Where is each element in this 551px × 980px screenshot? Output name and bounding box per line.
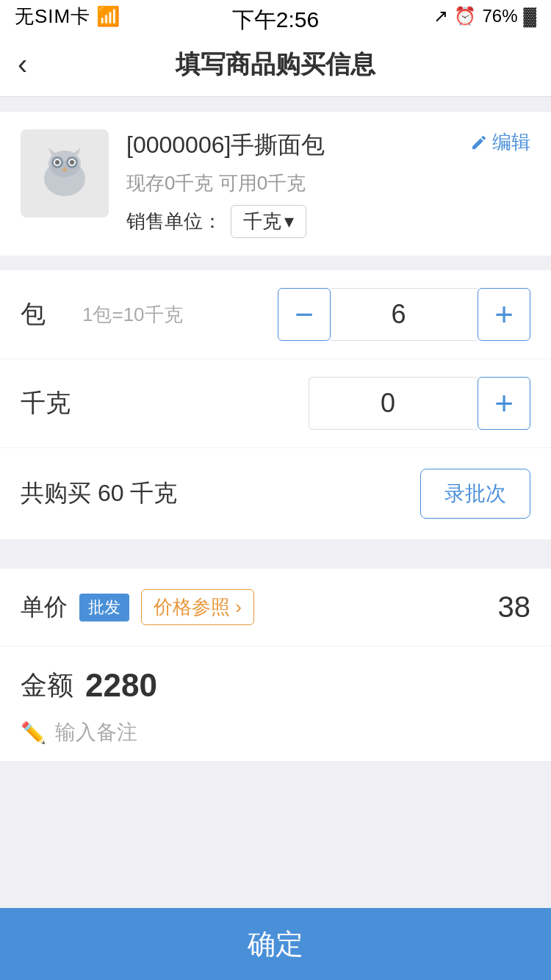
nav-bar: ‹ 填写商品购买信息 xyxy=(0,32,551,97)
amount-section: 金额 2280 ✏️ 输入备注 xyxy=(0,646,551,761)
total-row: 共购买 60 千克 录批次 xyxy=(0,448,551,539)
svg-point-7 xyxy=(70,160,74,165)
alarm-icon: ⏰ xyxy=(454,6,476,26)
product-card: [0000006]手撕面包 现存0千克 可用0千克 销售单位： 千克 ▾ 编辑 xyxy=(0,112,551,256)
amount-label: 金额 xyxy=(21,668,73,704)
back-button[interactable]: ‹ xyxy=(18,48,27,81)
quantity-section: 包 1包=10千克 − + 千克 + 共购买 60 千克 录批次 xyxy=(0,270,551,539)
battery-display: 76% xyxy=(482,6,517,26)
record-batch-button[interactable]: 录批次 xyxy=(420,469,530,519)
product-thumbnail xyxy=(21,129,109,217)
product-stock: 现存0千克 可用0千克 xyxy=(126,170,530,196)
svg-marker-10 xyxy=(73,148,81,155)
edit-label: 编辑 xyxy=(492,129,530,155)
carrier-signal: 无SIM卡 📶 xyxy=(15,4,120,29)
bao-quantity-input[interactable] xyxy=(331,288,478,341)
product-unit-row: 销售单位： 千克 ▾ xyxy=(126,205,530,238)
unit-select[interactable]: 千克 ▾ xyxy=(231,205,306,238)
quantity-bao-row: 包 1包=10千克 − + xyxy=(0,270,551,359)
bao-quantity-control: − + xyxy=(278,288,530,341)
divider-1 xyxy=(0,256,551,270)
kg-quantity-control: + xyxy=(309,377,530,430)
kg-label: 千克 xyxy=(21,386,71,420)
status-right: ↗ ⏰ 76% ▓ xyxy=(433,6,536,26)
bao-label: 包 xyxy=(21,298,65,331)
edit-button[interactable]: 编辑 xyxy=(470,129,530,155)
time-display: 下午2:56 xyxy=(232,5,319,35)
note-row[interactable]: ✏️ 输入备注 xyxy=(21,718,530,746)
divider-2 xyxy=(0,539,551,554)
dropdown-arrow: ▾ xyxy=(284,210,294,233)
amount-value: 2280 xyxy=(85,667,157,704)
bao-hint: 1包=10千克 xyxy=(82,302,260,328)
kg-quantity-input[interactable] xyxy=(309,377,478,430)
confirm-button[interactable]: 确定 xyxy=(0,908,551,980)
kg-plus-button[interactable]: + xyxy=(478,377,530,430)
bao-minus-button[interactable]: − xyxy=(278,288,331,341)
total-label: 共购买 60 千克 xyxy=(21,478,177,510)
edit-icon xyxy=(470,134,488,151)
price-label: 单价 xyxy=(21,591,68,624)
quantity-kg-row: 千克 + xyxy=(0,359,551,448)
price-reference-button[interactable]: 价格参照 › xyxy=(141,589,254,625)
note-placeholder: 输入备注 xyxy=(55,718,137,746)
svg-marker-9 xyxy=(48,148,56,155)
unit-label: 销售单位： xyxy=(126,209,222,234)
price-section: 单价 批发 价格参照 › 38 xyxy=(0,569,551,646)
amount-row: 金额 2280 xyxy=(21,667,530,704)
status-bar: 无SIM卡 📶 下午2:56 ↗ ⏰ 76% ▓ xyxy=(0,0,551,32)
bao-plus-button[interactable]: + xyxy=(478,288,530,341)
svg-point-4 xyxy=(55,160,60,165)
price-tag: 批发 xyxy=(79,594,129,621)
battery-icon: ▓ xyxy=(524,6,537,26)
product-image xyxy=(35,148,94,199)
page-title: 填写商品购买信息 xyxy=(176,48,375,82)
pencil-icon: ✏️ xyxy=(21,721,46,745)
price-value: 38 xyxy=(498,591,531,624)
location-icon: ↗ xyxy=(433,6,448,26)
